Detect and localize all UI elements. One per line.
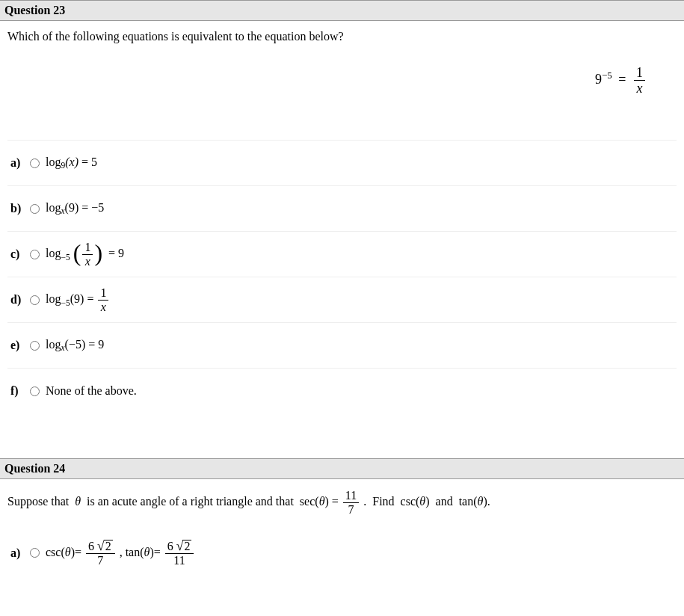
choice-d-math: log−5(9) = 1 x bbox=[46, 287, 110, 313]
choice-d-log: log bbox=[46, 292, 61, 305]
choice-f-row: f) None of the above. bbox=[7, 368, 677, 413]
eq-frac-den: x bbox=[634, 81, 645, 95]
choice-b-math: logx(9) = −5 bbox=[46, 201, 104, 215]
sqrt-icon: √2 bbox=[97, 540, 113, 553]
choice-e-log: log bbox=[46, 338, 61, 351]
q24-prompt-post: . Find csc(θ) and tan(θ). bbox=[363, 495, 490, 508]
choice-c-frac: 1 x bbox=[82, 241, 93, 268]
question-23-title: Question 23 bbox=[4, 4, 65, 16]
q24-sec-den: 7 bbox=[343, 503, 359, 516]
q24-sep: , bbox=[120, 546, 126, 558]
q24-tan-num: 6 √2 bbox=[165, 540, 194, 555]
spacer bbox=[0, 428, 684, 458]
question-24-body: Suppose that θ is an acute angle of a ri… bbox=[0, 479, 684, 591]
choice-b-label: b) bbox=[10, 202, 28, 215]
choice-a-log: log bbox=[46, 155, 61, 168]
lparen-icon: ( bbox=[73, 239, 81, 266]
choice-c-rhs: = 9 bbox=[108, 247, 124, 259]
q24-tan-den: 11 bbox=[165, 554, 194, 567]
choice-c-log: log bbox=[46, 247, 61, 259]
q24-tan-label: tan(θ)= bbox=[126, 546, 161, 558]
q24-csc-frac: 6 √2 7 bbox=[86, 540, 115, 567]
choice-d-arg: (9) = bbox=[70, 292, 94, 305]
rparen-icon: ) bbox=[94, 239, 102, 266]
choice-c-math: log−5 ( 1 x ) = 9 bbox=[46, 241, 124, 268]
choice-a-label: a) bbox=[10, 156, 28, 170]
q24-csc-rad: 2 bbox=[104, 540, 113, 552]
eq-base: 9 bbox=[595, 72, 602, 87]
q24-sec-num: 11 bbox=[343, 490, 359, 503]
question-24-header: Question 24 bbox=[0, 458, 684, 479]
spacer bbox=[7, 516, 677, 531]
choice-a-math: log9(x) = 5 bbox=[46, 155, 97, 170]
eq-exp: −5 bbox=[602, 70, 612, 81]
choice-d-den: x bbox=[98, 301, 108, 313]
question-23-body: Which of the following equations is equi… bbox=[0, 21, 684, 428]
choice-f-label: f) bbox=[10, 384, 28, 398]
question-24-prompt: Suppose that θ is an acute angle of a ri… bbox=[7, 488, 677, 516]
q24-csc-coef: 6 bbox=[88, 540, 94, 552]
choice-b-log: log bbox=[46, 201, 61, 214]
choice-b-row: b) logx(9) = −5 bbox=[7, 185, 677, 231]
question-23-equation: 9−5 = 1 x bbox=[7, 66, 677, 95]
eq-eq: = bbox=[618, 72, 626, 87]
choice-c-sub: −5 bbox=[61, 252, 70, 261]
q24-csc-label: csc(θ)= bbox=[46, 546, 81, 558]
choice-d-radio[interactable] bbox=[30, 295, 40, 305]
choice-b-arg: (9) = −5 bbox=[65, 201, 105, 214]
choice-d-num: 1 bbox=[98, 287, 108, 301]
question-24-title: Question 24 bbox=[4, 462, 65, 475]
q24-tan-rad: 2 bbox=[182, 540, 191, 552]
choice-c-num: 1 bbox=[82, 241, 93, 255]
q24-sec-frac: 11 7 bbox=[343, 490, 359, 516]
sqrt-icon: √2 bbox=[176, 540, 192, 553]
q24-csc-num: 6 √2 bbox=[86, 540, 115, 555]
q24-csc-den: 7 bbox=[86, 554, 115, 567]
question-23-prompt: Which of the following equations is equi… bbox=[7, 30, 677, 43]
choice-a-row: a) log9(x) = 5 bbox=[7, 140, 677, 185]
choice-f-radio[interactable] bbox=[30, 386, 40, 396]
choice-a-arg: (x) = 5 bbox=[65, 155, 97, 168]
q24-choice-a-row: a) csc(θ)= 6 √2 7 , tan(θ)= 6 √2 11 bbox=[7, 531, 677, 576]
choice-b-radio[interactable] bbox=[30, 204, 40, 214]
choice-f-text: None of the above. bbox=[46, 384, 137, 398]
choice-d-row: d) log−5(9) = 1 x bbox=[7, 277, 677, 322]
choice-c-radio[interactable] bbox=[30, 250, 40, 259]
question-23-header: Question 23 bbox=[0, 0, 684, 21]
eq-frac: 1 x bbox=[634, 66, 645, 95]
q24-choice-a-radio[interactable] bbox=[30, 548, 40, 558]
choice-c-row: c) log−5 ( 1 x ) = 9 bbox=[7, 231, 677, 277]
choice-e-row: e) logx(−5) = 9 bbox=[7, 322, 677, 368]
choice-a-radio[interactable] bbox=[30, 158, 40, 168]
choice-e-radio[interactable] bbox=[30, 341, 40, 351]
q24-choice-a-math: csc(θ)= 6 √2 7 , tan(θ)= 6 √2 11 bbox=[46, 540, 195, 567]
choice-e-math: logx(−5) = 9 bbox=[46, 338, 104, 352]
choice-d-sub: −5 bbox=[61, 298, 70, 307]
choice-d-frac: 1 x bbox=[98, 287, 108, 313]
q24-choice-a-label: a) bbox=[10, 546, 28, 560]
choice-c-den: x bbox=[82, 255, 93, 268]
choice-d-label: d) bbox=[10, 293, 28, 307]
choice-e-label: e) bbox=[10, 339, 28, 352]
eq-frac-num: 1 bbox=[634, 66, 645, 81]
choice-c-label: c) bbox=[10, 247, 28, 261]
choice-e-arg: (−5) = 9 bbox=[65, 338, 105, 351]
q24-tan-coef: 6 bbox=[167, 540, 173, 552]
q24-tan-frac: 6 √2 11 bbox=[165, 540, 194, 567]
q24-prompt-pre: Suppose that θ is an acute angle of a ri… bbox=[7, 495, 342, 508]
